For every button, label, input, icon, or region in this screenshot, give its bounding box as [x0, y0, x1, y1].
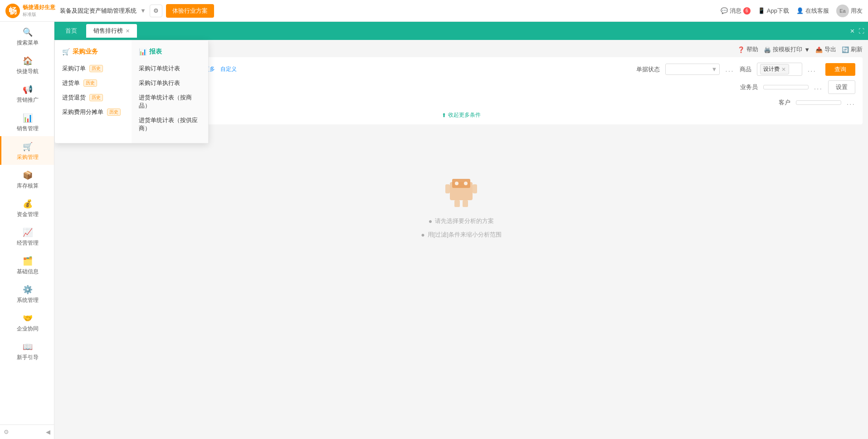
purchase-icon: 🛒: [23, 142, 33, 152]
inbound-stat-supplier-item[interactable]: 进货单统计表（按供应商）: [139, 113, 201, 136]
bill-status-dots[interactable]: ...: [725, 65, 734, 74]
sidebar-item-guide[interactable]: 📖 新手引导: [0, 336, 54, 365]
operation-icon: 📈: [23, 227, 33, 237]
inbound-stat-goods-item[interactable]: 进货单统计表（按商品）: [139, 90, 201, 113]
sidebar-item-search[interactable]: 🔍 搜索菜单: [0, 22, 54, 50]
purchase-order-item[interactable]: 采购订单 历史: [62, 61, 124, 76]
user-item[interactable]: Ea 用友: [836, 5, 863, 17]
tab-close-all-icon[interactable]: ✕: [850, 28, 855, 35]
refresh-icon: 🔄: [842, 46, 849, 53]
goods-filter-input[interactable]: 设计费 ✕: [757, 63, 802, 76]
collapse-button[interactable]: ⬆ 收起更多条件: [442, 111, 481, 119]
inventory-icon: 📦: [23, 170, 33, 180]
tab-close-icon[interactable]: ✕: [126, 28, 130, 34]
customer-label: 客户: [779, 99, 790, 107]
tabs-and-content: 首页 销售排行榜 ✕ ✕ ⛶ 🛒 采购业务: [54, 22, 868, 439]
finance-icon: 💰: [23, 199, 33, 209]
system-dropdown-icon[interactable]: ▼: [140, 7, 146, 14]
sidebar-item-sales[interactable]: 📊 销售管理: [0, 108, 54, 136]
empty-svg: [439, 166, 484, 212]
print-template-btn[interactable]: 🖨️ 按模板打印 ▼: [764, 45, 810, 54]
print-icon: 🖨️: [764, 46, 771, 53]
goods-tag: 设计费 ✕: [760, 64, 789, 74]
sidebar-item-inventory[interactable]: 📦 库存核算: [0, 165, 54, 193]
service-icon: 👤: [796, 7, 804, 14]
purchase-order-exec-item[interactable]: 采购订单执行表: [139, 76, 201, 90]
header-right: 💬 消息 6 📱 App下载 👤 在线客服 Ea 用友: [721, 5, 863, 17]
message-badge: 6: [743, 7, 751, 15]
logo-text: 畅捷通好生意 标准版: [23, 4, 55, 18]
purchase-order-stat-item[interactable]: 采购订单统计表: [139, 61, 201, 76]
date-custom-btn[interactable]: 自定义: [220, 65, 237, 73]
logo-icon: 畅: [5, 4, 20, 18]
refresh-btn[interactable]: 🔄 刷新: [842, 45, 863, 54]
basic-info-icon: 🗂️: [23, 256, 33, 266]
export-btn[interactable]: 📤 导出: [815, 45, 836, 54]
svg-rect-5: [473, 184, 477, 193]
content-area: 首页 销售排行榜 ✕ ✕ ⛶ 🛒 采购业务: [54, 22, 868, 439]
settings-icon-button[interactable]: ⚙: [150, 5, 162, 17]
sidebar-item-home[interactable]: 🏠 快捷导航: [0, 50, 54, 79]
svg-rect-4: [445, 184, 450, 193]
bill-status-select[interactable]: [665, 64, 720, 75]
top-header: 畅 畅捷通好生意 标准版 装备及固定资产辅助管理系统 ▼ ⚙ 体验行业方案 💬 …: [0, 0, 868, 22]
empty-illustration: [439, 166, 484, 212]
system-title-area: 装备及固定资产辅助管理系统 ▼ ⚙ 体验行业方案: [60, 4, 721, 18]
customer-dots[interactable]: ...: [847, 99, 855, 107]
online-service-item[interactable]: 👤 在线客服: [796, 7, 829, 15]
goods-tag-close[interactable]: ✕: [781, 66, 786, 73]
app-download-item[interactable]: 📱 App下载: [758, 7, 789, 15]
purchase-business-col: 🛒 采购业务 采购订单 历史 进货单 历史 进货退货 历史: [55, 40, 132, 143]
cooperation-icon: 🤝: [23, 313, 33, 323]
mobile-icon: 📱: [758, 7, 765, 14]
svg-rect-7: [463, 200, 468, 207]
industry-button[interactable]: 体验行业方案: [166, 4, 214, 18]
salesperson-dots[interactable]: ...: [814, 83, 823, 91]
tab-expand-icon[interactable]: ⛶: [858, 28, 864, 35]
tabs-controls: ✕ ⛶: [850, 28, 864, 35]
purchase-business-title: 🛒 采购业务: [62, 48, 124, 56]
svg-point-3: [464, 182, 468, 185]
goods-label: 商品: [740, 65, 751, 74]
svg-rect-6: [454, 200, 460, 207]
sidebar-item-purchase[interactable]: 🛒 采购管理: [0, 136, 54, 165]
query-actions: 查询: [825, 63, 855, 76]
inbound-hist: 历史: [83, 79, 97, 87]
inbound-item[interactable]: 进货单 历史: [62, 76, 124, 90]
salesperson-input[interactable]: [763, 85, 809, 89]
marketing-icon: 📢: [23, 84, 33, 94]
purchase-dropdown-menu: 🛒 采购业务 采购订单 历史 进货单 历史 进货退货 历史: [54, 40, 209, 143]
report-title: 📊 报表: [139, 48, 201, 56]
empty-hint-1: ● 请先选择要分析的方案: [429, 217, 494, 225]
sidebar: 🔍 搜索菜单 🏠 快捷导航 📢 营销推广 📊 销售管理 🛒 采购管理 📦 库存核…: [0, 22, 54, 439]
bill-status-select-wrap: ▼: [665, 64, 720, 75]
tabs-bar: 首页 销售排行榜 ✕ ✕ ⛶: [54, 22, 868, 40]
empty-hint-2: ● 用[过滤]条件来缩小分析范围: [421, 231, 502, 239]
sidebar-item-finance[interactable]: 💰 资金管理: [0, 193, 54, 222]
settings-button[interactable]: 设置: [828, 80, 855, 94]
home-icon: 🏠: [23, 56, 33, 66]
sidebar-item-cooperation[interactable]: 🤝 企业协同: [0, 308, 54, 336]
sidebar-collapse-btn[interactable]: ◀: [46, 429, 50, 435]
main-layout: 🔍 搜索菜单 🏠 快捷导航 📢 营销推广 📊 销售管理 🛒 采购管理 📦 库存核…: [0, 22, 868, 439]
sidebar-settings-btn[interactable]: ⚙: [4, 429, 9, 435]
customer-input[interactable]: [796, 100, 841, 105]
message-item[interactable]: 💬 消息 6: [721, 7, 751, 15]
help-icon: ❓: [737, 46, 745, 53]
tab-sales-rank[interactable]: 销售排行榜 ✕: [86, 24, 137, 38]
help-btn[interactable]: ❓ 帮助: [737, 45, 758, 54]
sales-icon: 📊: [23, 113, 33, 123]
sidebar-item-operation[interactable]: 📈 经营管理: [0, 222, 54, 251]
query-button[interactable]: 查询: [825, 63, 855, 76]
print-dropdown-icon: ▼: [804, 46, 810, 53]
tab-home[interactable]: 首页: [58, 24, 84, 38]
sidebar-item-marketing[interactable]: 📢 营销推广: [0, 79, 54, 108]
purchase-expense-item[interactable]: 采购费用分摊单 历史: [62, 105, 124, 119]
sidebar-item-system[interactable]: ⚙️ 系统管理: [0, 279, 54, 308]
sidebar-item-basic-info[interactable]: 🗂️ 基础信息: [0, 251, 54, 279]
report-icon: 📊: [139, 48, 146, 55]
goods-dots[interactable]: ...: [808, 65, 816, 74]
search-icon: 🔍: [23, 27, 33, 37]
inbound-return-item[interactable]: 进货退货 历史: [62, 90, 124, 105]
report-col: 📊 报表 采购订单统计表 采购订单执行表 进货单统计表（按商品） 进货单统计表（…: [132, 40, 208, 143]
